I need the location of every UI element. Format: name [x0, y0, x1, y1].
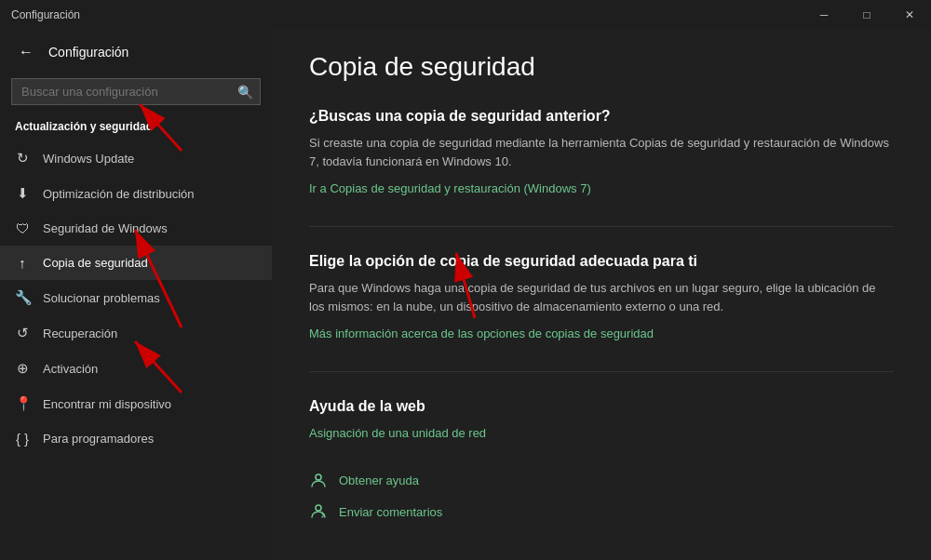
link-enviar-comentarios[interactable]: Enviar comentarios	[339, 505, 442, 519]
sidebar-item-encontrar[interactable]: 📍 Encontrar mi dispositivo	[0, 386, 272, 421]
section-3-title: Ayuda de la web	[309, 398, 894, 415]
sidebar-item-label: Copia de seguridad	[43, 256, 148, 270]
maximize-button[interactable]: □	[845, 0, 888, 30]
sidebar-item-label: Windows Update	[43, 152, 134, 166]
help-link-obtener[interactable]: Obtener ayuda	[309, 471, 894, 489]
sidebar-section-title: Actualización y seguridad	[0, 116, 272, 140]
link-mas-informacion[interactable]: Más información acerca de las opciones d…	[309, 327, 654, 340]
sidebar-item-windows-update[interactable]: ↻ Windows Update	[0, 140, 272, 176]
sidebar-item-seguridad[interactable]: 🛡 Seguridad de Windows	[0, 211, 272, 246]
recuperacion-icon: ↺	[15, 325, 30, 341]
sidebar-header: ← Configuración	[0, 30, 272, 74]
back-button[interactable]: ←	[15, 41, 37, 63]
app-container: ← Configuración 🔍 Actualización y seguri…	[0, 30, 931, 560]
sidebar-item-label: Activación	[43, 362, 98, 376]
sidebar: ← Configuración 🔍 Actualización y seguri…	[0, 30, 272, 560]
help-link-comentarios[interactable]: Enviar comentarios	[309, 502, 894, 521]
encontrar-icon: 📍	[15, 395, 30, 412]
sidebar-item-recuperacion[interactable]: ↺ Recuperación	[0, 315, 272, 351]
sidebar-app-title: Configuración	[48, 45, 128, 60]
seguridad-icon: 🛡	[15, 220, 30, 236]
divider-2	[309, 371, 894, 372]
close-button[interactable]: ✕	[888, 0, 931, 30]
solucionar-icon: 🔧	[15, 289, 30, 306]
sidebar-item-solucionar[interactable]: 🔧 Solucionar problemas	[0, 280, 272, 315]
obtener-ayuda-icon	[309, 471, 328, 489]
main-content: Copia de seguridad ¿Buscas una copia de …	[272, 30, 931, 560]
divider-1	[309, 226, 894, 227]
section-1-desc: Si creaste una copia de seguridad median…	[309, 134, 894, 170]
section-2-desc: Para que Windows haga una copia de segur…	[309, 279, 894, 315]
copia-icon: ↑	[15, 255, 30, 271]
sidebar-item-label: Recuperación	[43, 327, 117, 340]
section-1-title: ¿Buscas una copia de seguridad anterior?	[309, 108, 894, 125]
help-links: Obtener ayuda Enviar comentarios	[309, 471, 894, 521]
sidebar-item-label: Solucionar problemas	[43, 291, 160, 305]
svg-point-0	[316, 474, 321, 480]
titlebar: Configuración ─ □ ✕	[0, 0, 931, 30]
section-ayuda-web: Ayuda de la web Asignación de una unidad…	[309, 398, 894, 441]
sidebar-item-activacion[interactable]: ⊕ Activación	[0, 351, 272, 386]
section-2-title: Elige la opción de copia de seguridad ad…	[309, 253, 894, 270]
search-box: 🔍	[11, 78, 261, 105]
sidebar-item-programadores[interactable]: { } Para programadores	[0, 421, 272, 456]
search-input[interactable]	[11, 78, 261, 105]
link-unidad-red[interactable]: Asignación de una unidad de red	[309, 426, 486, 440]
sidebar-item-label: Optimización de distribución	[43, 187, 195, 201]
svg-point-1	[316, 505, 321, 511]
link-obtener-ayuda[interactable]: Obtener ayuda	[339, 473, 419, 487]
activacion-icon: ⊕	[15, 360, 30, 377]
optimizacion-icon: ⬇	[15, 185, 30, 202]
programadores-icon: { }	[15, 431, 30, 447]
minimize-button[interactable]: ─	[803, 0, 845, 30]
page-title: Copia de seguridad	[309, 52, 894, 82]
titlebar-controls: ─ □ ✕	[803, 0, 931, 30]
sidebar-item-label: Para programadores	[43, 432, 154, 446]
link-copias-restauracion[interactable]: Ir a Copias de seguridad y restauración …	[309, 181, 591, 195]
sidebar-item-label: Seguridad de Windows	[43, 221, 168, 235]
section-copia-anterior: ¿Buscas una copia de seguridad anterior?…	[309, 108, 894, 196]
sidebar-item-copia[interactable]: ↑ Copia de seguridad	[0, 246, 272, 280]
sidebar-item-label: Encontrar mi dispositivo	[43, 397, 171, 411]
enviar-comentarios-icon	[309, 502, 328, 521]
section-opcion-copia: Elige la opción de copia de seguridad ad…	[309, 253, 894, 341]
windows-update-icon: ↻	[15, 150, 30, 167]
sidebar-item-optimizacion[interactable]: ⬇ Optimización de distribución	[0, 176, 272, 211]
titlebar-title: Configuración	[11, 8, 80, 21]
